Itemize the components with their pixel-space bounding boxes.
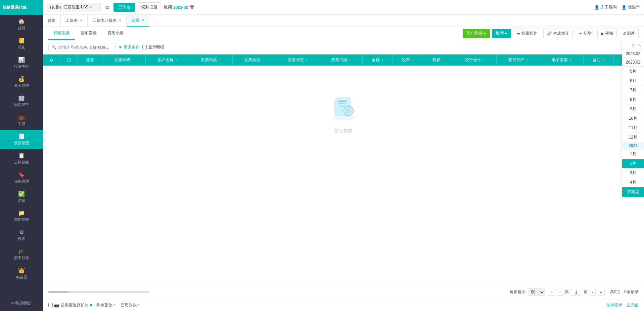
remaining-label: 剩余张数： [96, 302, 117, 308]
sidebar-item-进销台账[interactable]: 📋 进销台账 [0, 149, 43, 168]
period-calendar-icon[interactable]: 📅 [189, 5, 194, 10]
generate-cert-btn[interactable]: 🔗 生成凭证 [543, 29, 573, 38]
user-avatar-icon: 👤 [622, 5, 627, 10]
sidebar-collapse-btn[interactable]: <<取消固定 [0, 299, 43, 308]
tab-工资表[interactable]: 工资表✕ [61, 15, 88, 27]
sidebar-item-icon-11: ⚙ [19, 229, 24, 235]
tab-close-2[interactable]: ✕ [119, 18, 122, 23]
search-icon: 🔍 [51, 45, 57, 50]
sidebar-item-结账[interactable]: ✅ 结账 [0, 187, 43, 206]
check-checkbox[interactable] [48, 303, 53, 307]
invoice-table: ⚙ ☐ 凭证 发票号码 ↕客户名称 ↕发票种类 ↕发票类型 ↕发票状态 ↕开票日… [43, 54, 644, 66]
new-btn[interactable]: ＋ 新增 [575, 29, 595, 38]
workspace-btn[interactable]: 工作台 [113, 3, 135, 12]
empty-text: 暂无数据 [335, 128, 352, 134]
used-item: 已用张数： [121, 302, 141, 308]
date-panel-expand-btn[interactable]: ⤡ [637, 43, 642, 48]
sub-tab-销项发票[interactable]: 销项发票 [48, 27, 75, 40]
add-record-link[interactable]: 拍照记录 [606, 302, 623, 308]
total-info: 共0页，0条记录 [610, 289, 639, 295]
first-page-btn[interactable]: « [548, 289, 555, 296]
tab-label-0: 首页 [48, 18, 56, 24]
refresh-btn[interactable]: ↺ 刷新 [619, 29, 639, 38]
user-btn[interactable]: 👤 徐溢华 [622, 4, 640, 10]
col-header-5: 发票种类 ↕ [189, 54, 232, 66]
sidebar-item-资金管理[interactable]: 💰 资金管理 [0, 72, 43, 91]
tab-工资统计报表[interactable]: 工资统计报表✕ [88, 15, 127, 27]
period-value: 2023-02 [173, 5, 188, 10]
date-top-2023-02-second[interactable]: 2023.02 [622, 58, 644, 67]
sidebar-item-归档管理[interactable]: 📁 归档管理 [0, 206, 43, 226]
sidebar-item-label-6: 发票管理 [14, 141, 29, 146]
batch-ops-btn[interactable]: ☰ 批量操作 [513, 29, 541, 38]
date-month-2023-3[interactable]: 4月 [622, 178, 644, 187]
date-top-2023-02-first[interactable]: 2023.02 [622, 50, 644, 58]
date-open-period-btn[interactable]: 开账期 [622, 187, 644, 197]
page-input[interactable] [570, 289, 582, 296]
sidebar-item-设置[interactable]: ⚙ 设置 [0, 226, 43, 245]
table-container: ⚙ ☐ 凭证 发票号码 ↕客户名称 ↕发票种类 ↕发票类型 ↕发票状态 ↕开票日… [43, 54, 644, 285]
deduct-btn[interactable]: 取票 ▾ [492, 29, 511, 38]
date-top-items: 2023.02 2023.02 [622, 50, 644, 67]
sidebar-item-icon-1: 📒 [18, 37, 25, 44]
date-month-before-3[interactable]: 8月 [622, 95, 644, 105]
video-btn[interactable]: ▶ 视频 [597, 29, 617, 38]
switch-btn[interactable]: 切到旧版 [138, 2, 161, 12]
date-month-2023-0[interactable]: 1月 [622, 150, 644, 159]
page-size-select[interactable]: 50 10 20 100 [528, 288, 545, 296]
page-content: 销项发票进项发票费用小票 无勾取票 ▾ 取票 ▾ ☰ 批量操作 🔗 生成凭证 [43, 27, 644, 311]
sidebar-item-新手引导[interactable]: 🎓 新手引导 [0, 245, 43, 264]
tab-首页[interactable]: 首页 [43, 15, 61, 27]
col-header-2: 凭证 [78, 54, 102, 66]
sidebar-item-icon-12: 🎓 [18, 248, 25, 255]
company-selector[interactable]: (勿删）江西股宝-LSS ▾ [47, 3, 101, 11]
date-year-2023[interactable]: 2023 [622, 142, 644, 150]
tab-发票[interactable]: 发票✕ [127, 15, 149, 27]
date-month-before-0[interactable]: 5月 [622, 67, 644, 76]
date-month-2023-2[interactable]: 3月 [622, 168, 644, 178]
support-btn[interactable]: 👤 人工客询 [594, 4, 617, 10]
tab-close-1[interactable]: ✕ [80, 18, 83, 23]
last-page-btn[interactable]: » [597, 289, 605, 296]
show-detail-checkbox[interactable] [142, 45, 147, 49]
sidebar-item-税务管理[interactable]: 🔖 税务管理 [0, 168, 43, 187]
no-deduct-label: 无勾取票 [467, 31, 483, 36]
date-month-before-1[interactable]: 6月 [622, 76, 644, 86]
tab-close-3[interactable]: ✕ [141, 18, 144, 23]
new-icon: ＋ [579, 31, 583, 36]
filter-btn[interactable]: ▼ 更多条件 [118, 44, 140, 50]
sub-tab-费用小票[interactable]: 费用小票 [102, 27, 129, 40]
date-panel-close-btn[interactable]: ✕ [631, 43, 636, 48]
prev-page-btn[interactable]: ‹ [557, 289, 563, 296]
sidebar-item-固定资产[interactable]: 🏢 固定资产 [0, 91, 43, 111]
sidebar-item-首页[interactable]: 🏠 首页 [0, 15, 43, 34]
sidebar-item-icon-9: ✅ [18, 191, 25, 197]
sidebar-item-总账[interactable]: 📒 总账 [0, 34, 43, 53]
date-month-before-5[interactable]: 10月 [622, 114, 644, 123]
show-detail-label: 显示明细 [148, 44, 164, 50]
topbar: (勿删）江西股宝-LSS ▾ ⧉ 工作台 切到旧版 账期 2023-02 📅 👤… [43, 0, 644, 15]
sidebar-item-发票管理[interactable]: 🧾 发票管理 [0, 130, 43, 149]
sidebar-item-icon-5: 💼 [18, 114, 25, 120]
sidebar-item-label-12: 新手引导 [14, 256, 29, 261]
date-month-before-6[interactable]: 11月 [622, 123, 644, 133]
company-chevron-icon: ▾ [90, 5, 92, 10]
filter-icon: ▼ [118, 45, 122, 50]
sub-tab-进项发票[interactable]: 进项发票 [75, 27, 102, 40]
scroll-thumb[interactable] [48, 291, 68, 293]
date-month-2023-1[interactable]: 2月 [622, 159, 644, 168]
go-manage-link[interactable]: 去充值 [627, 302, 639, 308]
sidebar-item-工资[interactable]: 💼 工资 [0, 111, 43, 130]
sidebar-item-畅会员[interactable]: 👑 畅会员 [0, 264, 43, 283]
date-month-before-7[interactable]: 12月 [622, 133, 644, 142]
company-copy-btn[interactable]: ⧉ [103, 3, 111, 11]
date-month-before-2[interactable]: 7月 [622, 86, 644, 95]
next-page-btn[interactable]: › [589, 289, 596, 296]
no-deduct-btn[interactable]: 无勾取票 ▾ [463, 29, 490, 38]
date-month-before-4[interactable]: 9月 [622, 105, 644, 114]
video-icon: ▶ [601, 31, 604, 36]
support-label: 人工客询 [601, 4, 617, 10]
search-input[interactable] [58, 45, 112, 50]
sidebar-item-报表中心[interactable]: 📊 报表中心 [0, 53, 43, 72]
show-detail-checkbox-label[interactable]: 显示明细 [142, 44, 164, 50]
